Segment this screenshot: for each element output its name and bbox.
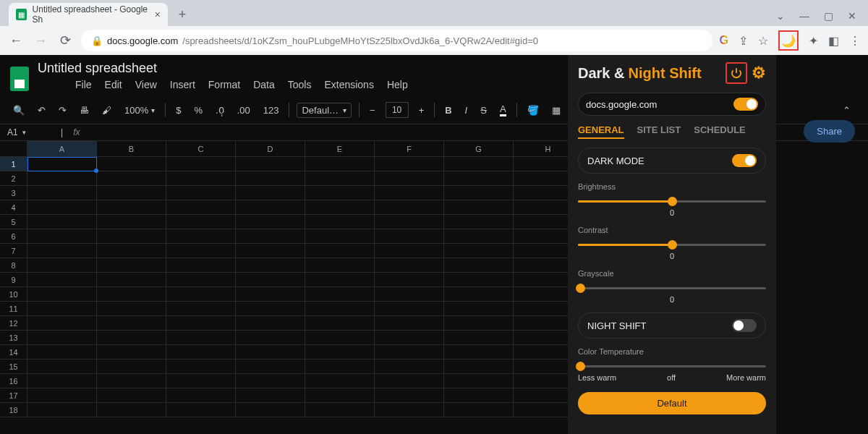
- default-button[interactable]: Default: [578, 392, 766, 414]
- column-header[interactable]: A: [27, 141, 97, 157]
- toolbar-expand-icon[interactable]: ⌃: [843, 105, 858, 116]
- cell[interactable]: [375, 345, 444, 359]
- cell[interactable]: [305, 331, 375, 345]
- cell[interactable]: [305, 374, 375, 388]
- document-title[interactable]: Untitled spreadsheet: [38, 61, 408, 76]
- borders-icon[interactable]: ▦: [549, 102, 563, 119]
- cell[interactable]: [97, 403, 166, 417]
- cell[interactable]: [27, 215, 97, 229]
- cell[interactable]: [166, 388, 236, 403]
- cell[interactable]: [27, 186, 97, 200]
- cell[interactable]: [305, 171, 375, 186]
- row-header[interactable]: 16: [0, 374, 27, 388]
- color-temp-slider[interactable]: [578, 360, 766, 372]
- cell[interactable]: [236, 345, 305, 359]
- cell[interactable]: [236, 302, 305, 316]
- row-header[interactable]: 12: [0, 316, 27, 331]
- more-formats-icon[interactable]: 123: [260, 102, 282, 119]
- cell[interactable]: [305, 359, 375, 374]
- cell[interactable]: [97, 171, 166, 186]
- column-header[interactable]: C: [166, 141, 236, 157]
- cell[interactable]: [444, 171, 514, 186]
- cell[interactable]: [305, 215, 375, 229]
- cell[interactable]: [97, 316, 166, 331]
- power-button[interactable]: [726, 62, 747, 84]
- cell[interactable]: [375, 388, 444, 403]
- cell[interactable]: [97, 302, 166, 316]
- row-header[interactable]: 2: [0, 171, 27, 186]
- reload-button[interactable]: ⟳: [56, 32, 74, 49]
- panel-tab-general[interactable]: GENERAL: [578, 124, 624, 139]
- minimize-icon[interactable]: —: [799, 10, 809, 22]
- row-header[interactable]: 14: [0, 345, 27, 359]
- cell[interactable]: [236, 374, 305, 388]
- cell[interactable]: [27, 229, 97, 244]
- row-header[interactable]: 5: [0, 215, 27, 229]
- undo-icon[interactable]: ↶: [35, 102, 48, 119]
- cell[interactable]: [375, 171, 444, 186]
- cell[interactable]: [444, 157, 514, 171]
- cell[interactable]: [305, 316, 375, 331]
- cell[interactable]: [444, 229, 514, 244]
- cell[interactable]: [444, 244, 514, 258]
- row-header[interactable]: 11: [0, 302, 27, 316]
- browser-tab[interactable]: ▦ Untitled spreadsheet - Google Sh ×: [9, 3, 168, 26]
- row-header[interactable]: 15: [0, 359, 27, 374]
- cell[interactable]: [166, 258, 236, 273]
- row-header[interactable]: 17: [0, 388, 27, 403]
- back-button[interactable]: ←: [7, 32, 25, 49]
- print-icon[interactable]: 🖶: [77, 102, 92, 119]
- cell[interactable]: [375, 316, 444, 331]
- cell[interactable]: [375, 229, 444, 244]
- cell[interactable]: [236, 388, 305, 403]
- cell[interactable]: [375, 302, 444, 316]
- cell[interactable]: [375, 331, 444, 345]
- cell[interactable]: [166, 171, 236, 186]
- grayscale-slider[interactable]: [578, 282, 766, 294]
- cell[interactable]: [305, 244, 375, 258]
- close-window-icon[interactable]: ✕: [848, 10, 856, 22]
- paint-format-icon[interactable]: 🖌: [99, 102, 114, 119]
- cell[interactable]: [375, 403, 444, 417]
- column-header[interactable]: F: [375, 141, 444, 157]
- cell[interactable]: [166, 215, 236, 229]
- cell[interactable]: [375, 273, 444, 287]
- menu-tools[interactable]: Tools: [288, 79, 312, 90]
- cell[interactable]: [97, 186, 166, 200]
- cell[interactable]: [27, 273, 97, 287]
- cell[interactable]: [97, 287, 166, 302]
- cell[interactable]: [236, 287, 305, 302]
- night-shift-toggle[interactable]: [732, 319, 757, 332]
- night-shift-extension-icon[interactable]: 🌙: [778, 30, 799, 51]
- cell[interactable]: [166, 157, 236, 171]
- cell[interactable]: [166, 403, 236, 417]
- cell[interactable]: [375, 186, 444, 200]
- share-button[interactable]: Share: [804, 120, 855, 142]
- cell[interactable]: [375, 287, 444, 302]
- cell[interactable]: [236, 359, 305, 374]
- cell[interactable]: [27, 200, 97, 215]
- cell[interactable]: [305, 273, 375, 287]
- menu-format[interactable]: Format: [208, 79, 240, 90]
- cell[interactable]: [27, 258, 97, 273]
- cell[interactable]: [27, 345, 97, 359]
- cell[interactable]: [166, 244, 236, 258]
- zoom-select[interactable]: 100% ▾: [122, 102, 158, 119]
- cell[interactable]: [97, 215, 166, 229]
- domain-toggle[interactable]: [733, 98, 758, 111]
- cell[interactable]: [444, 200, 514, 215]
- row-header[interactable]: 8: [0, 258, 27, 273]
- cell[interactable]: [236, 215, 305, 229]
- search-icon[interactable]: 🔍: [10, 102, 27, 119]
- decrease-decimal-icon[interactable]: .0̩: [213, 102, 227, 119]
- extensions-icon[interactable]: ✦: [809, 34, 818, 48]
- chevron-down-icon[interactable]: ⌄: [776, 10, 785, 22]
- cell[interactable]: [166, 345, 236, 359]
- cell[interactable]: [305, 258, 375, 273]
- menu-extensions[interactable]: Extensions: [324, 79, 373, 90]
- increase-font-icon[interactable]: +: [416, 102, 427, 119]
- cell[interactable]: [444, 287, 514, 302]
- strikethrough-icon[interactable]: S: [477, 102, 490, 119]
- menu-file[interactable]: File: [75, 79, 92, 90]
- cell[interactable]: [444, 186, 514, 200]
